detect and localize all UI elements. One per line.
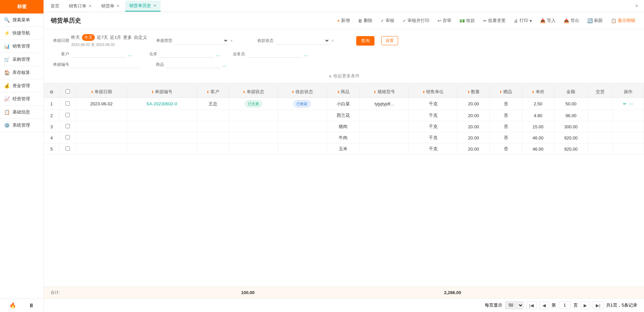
sidebar-item-quick[interactable]: ⚡ 快捷导航 — [0, 27, 44, 40]
row-checkbox[interactable] — [59, 121, 76, 132]
date-last7[interactable]: 近7天 — [97, 34, 108, 41]
filter-salesperson: 业务员 ... — [226, 51, 308, 58]
print-button[interactable]: 🖨 打印 ▾ — [512, 16, 534, 25]
tab-sales-order[interactable]: 销售订单 ✕ — [65, 1, 96, 11]
table-row: 3 猪肉 千克 20.00 否 15.00 300.00 — [44, 121, 644, 132]
row-doc-no[interactable] — [127, 110, 197, 121]
page-last-button[interactable]: ▶| — [593, 302, 603, 309]
edit-action[interactable]: ✏ — [623, 101, 627, 106]
collapse-button[interactable]: ∧ 收起更多条件 — [51, 72, 637, 80]
page-first-button[interactable]: |◀ — [526, 302, 537, 309]
row-doc-no[interactable] — [127, 144, 197, 155]
date-custom[interactable]: 自定义 — [134, 34, 147, 41]
sidebar-item-capital[interactable]: 💰 资金管理 — [0, 79, 44, 93]
tab-home-label: 首页 — [51, 3, 59, 9]
row-doc-status — [229, 110, 278, 121]
salesperson-input[interactable] — [247, 51, 302, 58]
batch-change-button[interactable]: ✏ 批量变更 — [481, 16, 508, 25]
tab-sales-history[interactable]: 销货单历史 ✕ — [125, 1, 161, 11]
customer-input[interactable] — [71, 51, 126, 58]
filter-row-2: 客户 ... 仓库 ... 业务员 ... — [51, 51, 637, 58]
sidebar-item-purchase[interactable]: 🛒 采购管理 — [0, 53, 44, 66]
table-settings-icon[interactable]: ⚙ — [50, 89, 54, 95]
pause-icon[interactable]: ⏸ — [29, 303, 34, 309]
row-goods: 小白菜 — [327, 98, 360, 110]
row-trade — [588, 121, 613, 132]
audit-button[interactable]: ✓ 审核 — [379, 16, 396, 25]
date-today[interactable]: 今天 — [82, 34, 95, 41]
data-table: ⚙ ⬆ 单据日期 ⬆ 单据编号 ⬆ 客户 ⬆ 单据状态 ⬆ 收款状态 ⬆ 商品 … — [44, 86, 644, 155]
setting-button[interactable]: 设置 — [381, 36, 398, 45]
refresh-icon: 🔄 — [587, 18, 593, 23]
col-goods: ⬆ 商品 — [327, 86, 360, 98]
date-last-month[interactable]: 近1月 — [110, 34, 121, 41]
row-doc-no[interactable] — [127, 132, 197, 144]
filter-goods: 商品 ... — [145, 61, 227, 68]
per-page-select[interactable]: 50 20 100 — [505, 301, 524, 309]
tab-sales-goods[interactable]: 销货单 ✕ — [97, 1, 124, 11]
page-number-input[interactable] — [559, 302, 571, 309]
query-button[interactable]: 查询 — [356, 36, 374, 46]
add-button[interactable]: + 新增 — [335, 16, 352, 25]
warehouse-dots[interactable]: ... — [216, 52, 220, 57]
date-range: 2023-06-02 至 2023-06-02 — [71, 42, 147, 47]
refresh-button[interactable]: 🔄 刷新 — [585, 16, 605, 25]
sidebar-item-operations[interactable]: 📈 经营管理 — [0, 93, 44, 106]
row-doc-no[interactable] — [127, 121, 197, 132]
row-price: 46.00 — [522, 144, 554, 155]
tab-home[interactable]: 首页 — [47, 1, 63, 11]
doc-no-input[interactable] — [71, 61, 139, 68]
col-qty: ⬆ 数量 — [457, 86, 490, 98]
filter-row-3: 单据编号 商品 ... — [51, 61, 637, 68]
more-action[interactable]: ⋯ — [629, 101, 633, 106]
row-checkbox[interactable] — [59, 144, 76, 155]
select-all-checkbox[interactable] — [65, 89, 70, 94]
sidebar-item-search[interactable]: 🔍 搜索菜单 — [0, 14, 44, 27]
row-checkbox[interactable] — [59, 132, 76, 144]
row-doc-no[interactable]: SA-20230602-0 — [127, 98, 197, 110]
col-settings[interactable]: ⚙ — [44, 86, 59, 98]
import-button[interactable]: 📥 导入 — [538, 16, 558, 25]
sidebar-item-basic[interactable]: 📋 基础信息 — [0, 106, 44, 119]
row-index: 1 — [44, 98, 59, 110]
collect-button[interactable]: 💵 收款 — [457, 16, 477, 25]
export-button[interactable]: 📤 导出 — [562, 16, 581, 25]
tab-sales-order-close[interactable]: ✕ — [88, 4, 92, 8]
payment-status-select[interactable] — [276, 37, 330, 45]
table-row: 5 玉米 千克 20.00 否 46.00 920.00 — [44, 144, 644, 155]
customer-dots[interactable]: ... — [128, 52, 132, 57]
filter-date: 单据日期 昨天 今天 近7天 近1月 更多 自定义 2023-06-02 至 2… — [51, 34, 147, 47]
row-checkbox[interactable] — [59, 110, 76, 121]
search-icon: 🔍 — [4, 17, 10, 23]
abandon-button[interactable]: ↩ 弃审 — [436, 16, 453, 25]
date-more[interactable]: 更多 — [123, 34, 132, 41]
fire-icon[interactable]: 🔥 — [9, 302, 16, 309]
goods-input[interactable] — [166, 61, 221, 68]
sidebar-item-inventory[interactable]: 🏠 库存核算 — [0, 66, 44, 79]
doc-type-select[interactable] — [174, 37, 228, 45]
tab-bar-close[interactable]: ✕ — [632, 3, 641, 8]
sidebar-item-sales[interactable]: 📊 销售管理 — [0, 40, 44, 53]
filter-row-1: 单据日期 昨天 今天 近7天 近1月 更多 自定义 2023-06-02 至 2… — [51, 34, 637, 47]
tab-sales-goods-close[interactable]: ✕ — [116, 4, 120, 8]
page-next-button[interactable]: ▶ — [581, 302, 590, 309]
sales-icon: 📊 — [4, 44, 10, 49]
salesperson-dots[interactable]: ... — [304, 52, 308, 57]
sidebar-item-label: 销售管理 — [12, 43, 30, 49]
warehouse-input[interactable] — [159, 51, 214, 58]
sidebar-item-system[interactable]: ⚙️ 系统管理 — [0, 119, 44, 132]
date-yesterday[interactable]: 昨天 — [71, 34, 80, 41]
show-detail-button[interactable]: 📋 显示明细 — [609, 16, 637, 25]
goods-dots[interactable]: ... — [223, 62, 227, 68]
delete-button[interactable]: 🗑 删除 — [356, 16, 374, 25]
row-amount: 50.00 — [554, 98, 588, 110]
row-customer — [197, 132, 229, 144]
page-prev-button[interactable]: ◀ — [539, 302, 549, 309]
audit-print-button[interactable]: ✓ 审核并打印 — [400, 16, 431, 25]
row-checkbox[interactable] — [59, 98, 76, 110]
inventory-icon: 🏠 — [4, 70, 10, 75]
col-check[interactable] — [59, 86, 76, 98]
basic-icon: 📋 — [4, 109, 10, 115]
tab-sales-history-close[interactable]: ✕ — [153, 3, 157, 8]
filter-doc-type: 单据类型 ▾ — [154, 37, 248, 45]
